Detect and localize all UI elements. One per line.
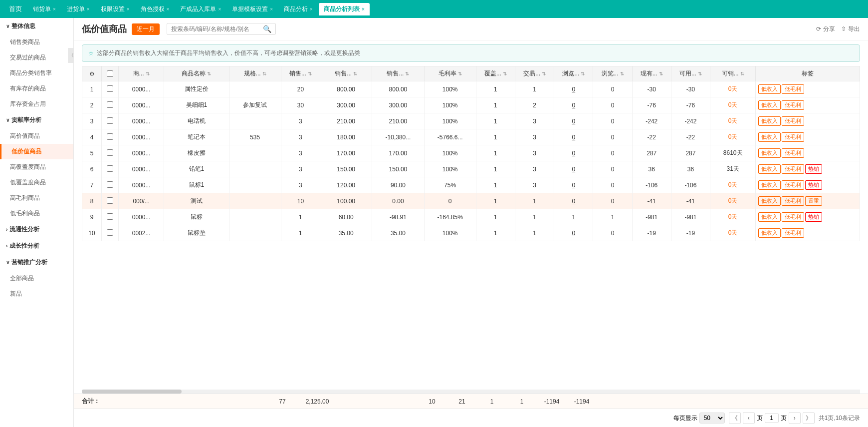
view1-link-8[interactable]: 1 (572, 214, 575, 221)
view1-link-6[interactable]: 0 (572, 182, 575, 189)
close-icon-4[interactable]: × (218, 6, 221, 12)
row-checkbox-4[interactable] (107, 149, 113, 156)
cell-checkbox-9[interactable] (102, 225, 119, 241)
sort-code-icon[interactable]: ⇅ (146, 71, 150, 76)
sidebar-collapse-button[interactable]: 《 (68, 48, 74, 63)
settings-icon[interactable]: ⚙ (89, 70, 95, 77)
cell-view1-7[interactable]: 0 (554, 193, 593, 209)
sort-saleable-icon[interactable]: ⇅ (740, 71, 744, 76)
close-icon-1[interactable]: × (87, 6, 90, 12)
nav-item-6[interactable]: 商品分析 × (279, 3, 318, 15)
sidebar-item-stock-capital[interactable]: 库存资金占用 (0, 96, 73, 112)
view1-link-4[interactable]: 0 (572, 150, 575, 157)
sort-coverage-icon[interactable]: ⇅ (503, 71, 507, 76)
cell-view1-0[interactable]: 0 (554, 81, 593, 97)
sort-current-icon[interactable]: ⇅ (659, 71, 663, 76)
sort-price-icon[interactable]: ⇅ (353, 71, 357, 76)
row-checkbox-0[interactable] (107, 85, 113, 92)
nav-home[interactable]: 首页 (4, 2, 27, 15)
search-icon[interactable]: 🔍 (263, 25, 271, 33)
nav-item-3[interactable]: 角色授权 × (136, 3, 175, 15)
sidebar-group-growth[interactable]: › 成长性分析 (0, 238, 73, 254)
row-checkbox-6[interactable] (107, 181, 113, 188)
close-icon-0[interactable]: × (53, 6, 56, 12)
row-checkbox-8[interactable] (107, 213, 113, 220)
view1-link-2[interactable]: 0 (572, 118, 575, 125)
view1-link-3[interactable]: 0 (572, 134, 575, 141)
sort-margin-icon[interactable]: ⇅ (458, 71, 462, 76)
sidebar-group-circulation[interactable]: › 流通性分析 (0, 221, 73, 238)
sidebar-item-low-coverage[interactable]: 低覆盖度商品 (0, 175, 73, 190)
search-input[interactable] (171, 25, 261, 32)
cell-checkbox-1[interactable] (102, 97, 119, 113)
filter-recent-month-button[interactable]: 近一月 (132, 23, 160, 35)
view1-link-5[interactable]: 0 (572, 166, 575, 173)
sidebar-group-marketing[interactable]: ∨ 营销推广分析 (0, 254, 73, 271)
cell-checkbox-0[interactable] (102, 81, 119, 97)
nav-item-7[interactable]: 商品分析列表 × (319, 3, 370, 15)
sidebar-item-high-margin[interactable]: 高毛利商品 (0, 190, 73, 206)
sidebar-item-low-margin[interactable]: 低毛利商品 (0, 206, 73, 221)
cell-checkbox-6[interactable] (102, 177, 119, 193)
first-page-button[interactable]: 《 (729, 412, 741, 424)
row-checkbox-2[interactable] (107, 117, 113, 124)
close-icon-6[interactable]: × (310, 6, 313, 12)
sidebar-item-category-sales-rate[interactable]: 商品分类销售率 (0, 65, 73, 81)
cell-checkbox-8[interactable] (102, 209, 119, 225)
next-page-button[interactable]: › (789, 412, 801, 424)
page-number-input[interactable] (765, 413, 779, 423)
sidebar-item-traded-products[interactable]: 交易过的商品 (0, 50, 73, 65)
cell-checkbox-4[interactable] (102, 145, 119, 161)
nav-item-5[interactable]: 单据模板设置 × (227, 3, 278, 15)
col-checkbox-header[interactable] (102, 66, 119, 81)
cell-view1-9[interactable]: 0 (554, 225, 593, 241)
close-icon-3[interactable]: × (167, 6, 170, 12)
close-icon-5[interactable]: × (270, 6, 273, 12)
sort-view1-icon[interactable]: ⇅ (581, 71, 585, 76)
page-size-select[interactable]: 50 100 (699, 413, 725, 424)
sidebar-group-overall[interactable]: ∨ 整体信息 (0, 18, 73, 34)
close-icon-2[interactable]: × (127, 6, 130, 12)
cell-view1-1[interactable]: 0 (554, 97, 593, 113)
nav-item-4[interactable]: 产成品入库单 × (175, 3, 226, 15)
sort-available-icon[interactable]: ⇅ (698, 71, 702, 76)
row-checkbox-3[interactable] (107, 133, 113, 140)
row-checkbox-7[interactable] (107, 197, 113, 204)
select-all-checkbox[interactable] (107, 70, 113, 77)
view1-link-9[interactable]: 0 (572, 230, 575, 237)
cell-checkbox-3[interactable] (102, 129, 119, 145)
sidebar-item-sales-products[interactable]: 销售类商品 (0, 34, 73, 50)
sidebar-item-stock-products[interactable]: 有库存的商品 (0, 81, 73, 96)
sidebar-group-contribution[interactable]: ∨ 贡献率分析 (0, 112, 73, 128)
view1-link-0[interactable]: 0 (572, 86, 575, 93)
sort-name-icon[interactable]: ⇅ (207, 71, 211, 76)
prev-page-button[interactable]: ‹ (743, 412, 755, 424)
view1-link-7[interactable]: 0 (572, 198, 575, 205)
row-checkbox-9[interactable] (107, 229, 113, 236)
cell-checkbox-7[interactable] (102, 193, 119, 209)
sort-view2-icon[interactable]: ⇅ (620, 71, 624, 76)
nav-item-2[interactable]: 权限设置 × (96, 3, 135, 15)
view1-link-1[interactable]: 0 (572, 102, 575, 109)
horizontal-scrollbar[interactable] (82, 390, 860, 394)
sidebar-item-high-value[interactable]: 高价值商品 (0, 128, 73, 144)
cell-view1-5[interactable]: 0 (554, 161, 593, 177)
last-page-button[interactable]: 》 (803, 412, 815, 424)
cell-view1-6[interactable]: 0 (554, 177, 593, 193)
sort-trade-icon[interactable]: ⇅ (542, 71, 546, 76)
row-checkbox-1[interactable] (107, 101, 113, 108)
cell-checkbox-5[interactable] (102, 161, 119, 177)
close-icon-7[interactable]: × (362, 6, 365, 12)
cell-view1-8[interactable]: 1 (554, 209, 593, 225)
export-button[interactable]: ⇧ 导出 (841, 25, 860, 33)
cell-checkbox-2[interactable] (102, 113, 119, 129)
cell-view1-4[interactable]: 0 (554, 145, 593, 161)
share-button[interactable]: ⟳ 分享 (816, 25, 835, 33)
col-settings[interactable]: ⚙ (82, 66, 102, 81)
sort-qty-icon[interactable]: ⇅ (308, 71, 312, 76)
sort-spec-icon[interactable]: ⇅ (262, 71, 266, 76)
nav-item-0[interactable]: 销货单 × (28, 3, 61, 15)
scrollbar-thumb[interactable] (82, 390, 182, 394)
sidebar-item-high-coverage[interactable]: 高覆盖度商品 (0, 159, 73, 175)
nav-item-1[interactable]: 进货单 × (62, 3, 95, 15)
